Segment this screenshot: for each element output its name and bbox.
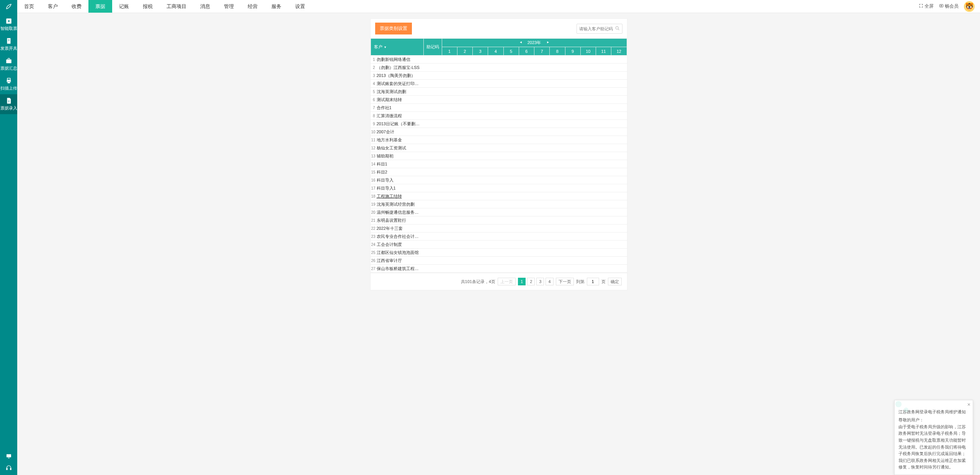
col-month[interactable]: 8	[550, 47, 565, 56]
customer-link[interactable]: 2013（陶美芳勿删）	[377, 73, 415, 78]
year-prev-button[interactable]: ◂	[520, 40, 522, 44]
page-number-button[interactable]: 3	[536, 278, 544, 285]
logo[interactable]	[0, 0, 17, 13]
table-row[interactable]: 6测试期末结转	[371, 96, 627, 104]
col-mnemonic[interactable]: 助记码	[423, 39, 442, 56]
table-body[interactable]: 1勿删新锐网络通信2（勿删）江西服宝-LSS32013（陶美芳勿删）4测试账套的…	[371, 56, 627, 273]
table-row[interactable]: 7合作社1	[371, 104, 627, 112]
sidebar-item-receipt[interactable]: 发票开具	[0, 34, 17, 54]
customer-link[interactable]: 农民专业合作社会计制度	[377, 234, 422, 239]
topnav-item[interactable]: 收费	[65, 0, 88, 13]
table-row[interactable]: 2（勿删）江西服宝-LSS	[371, 64, 627, 72]
category-settings-button[interactable]: 票据类别设置	[375, 23, 412, 34]
table-row[interactable]: 14科目1	[371, 160, 627, 168]
topnav-item[interactable]: 记账	[112, 0, 136, 13]
customer-link[interactable]: 合作社1	[377, 105, 392, 110]
headset-icon[interactable]	[5, 464, 12, 471]
topnav-item[interactable]: 消息	[193, 0, 217, 13]
col-customer[interactable]: 客户 ▾	[371, 39, 423, 56]
customer-link[interactable]: 勿删新锐网络通信	[377, 57, 410, 62]
table-row[interactable]: 20温州畅捷通信息服务有限公司	[371, 208, 627, 216]
search-icon[interactable]	[615, 26, 620, 32]
table-row[interactable]: 92013日记账（不要删除哈，谢...	[371, 120, 627, 128]
customer-link[interactable]: 保山市板桥建筑工程有限责任...	[377, 266, 422, 271]
customer-link[interactable]: （勿删）江西服宝-LSS	[377, 65, 420, 70]
customer-link[interactable]: 温州畅捷通信息服务有限公司	[377, 210, 422, 215]
col-month[interactable]: 7	[534, 47, 550, 56]
year-next-button[interactable]: ▸	[547, 40, 549, 44]
table-row[interactable]: 32013（陶美芳勿删）	[371, 72, 627, 80]
col-month[interactable]: 5	[503, 47, 519, 56]
goto-confirm-button[interactable]: 确定	[608, 278, 622, 285]
page-number-button[interactable]: 1	[518, 278, 526, 285]
customer-link[interactable]: 江都区仙女镇泡泡面馆	[377, 250, 419, 255]
table-row[interactable]: 11地方水利基金	[371, 136, 627, 144]
table-row[interactable]: 24工会会计制度	[371, 241, 627, 249]
table-row[interactable]: 25江都区仙女镇泡泡面馆	[371, 249, 627, 257]
customer-link[interactable]: 汇算清缴流程	[377, 113, 402, 118]
topnav-item[interactable]: 管理	[217, 0, 241, 13]
table-row[interactable]: 222022年十三套	[371, 224, 627, 233]
customer-link[interactable]: 杨仙女工资测试	[377, 146, 406, 150]
customer-link[interactable]: 东明县设置鞋行	[377, 218, 406, 223]
table-row[interactable]: 13辅助期初	[371, 152, 627, 160]
table-row[interactable]: 8汇算清缴流程	[371, 112, 627, 120]
customer-link[interactable]: 科目2	[377, 170, 387, 174]
close-icon[interactable]: ×	[967, 402, 970, 407]
table-row[interactable]: 18工程施工结转	[371, 192, 627, 200]
sidebar-item-briefcase[interactable]: 票据汇总	[0, 54, 17, 74]
customer-link[interactable]: 江西省审计厅	[377, 258, 402, 263]
customer-link[interactable]: 2022年十三套	[377, 226, 403, 231]
monitor-icon[interactable]	[5, 453, 12, 460]
col-month[interactable]: 2	[457, 47, 472, 56]
col-month[interactable]: 6	[519, 47, 534, 56]
customer-link[interactable]: 科目1	[377, 162, 387, 166]
table-row[interactable]: 19沈海英测试经营勿删	[371, 200, 627, 208]
table-row[interactable]: 4测试账套的凭证打印的时候是否	[371, 80, 627, 88]
customer-link[interactable]: 科目导入	[377, 178, 394, 182]
col-month[interactable]: 12	[611, 47, 627, 56]
customer-link[interactable]: 沈海英测试勿删	[377, 89, 406, 94]
table-row[interactable]: 1勿删新锐网络通信	[371, 56, 627, 64]
customer-link[interactable]: 2013日记账（不要删除哈，谢...	[377, 121, 422, 126]
table-row[interactable]: 23农民专业合作社会计制度	[371, 233, 627, 241]
customer-link[interactable]: 地方水利基金	[377, 138, 402, 142]
topnav-item[interactable]: 报税	[136, 0, 160, 13]
customer-link[interactable]: 2007会计	[377, 129, 394, 134]
customer-link[interactable]: 工程施工结转	[377, 194, 402, 198]
table-row[interactable]: 12杨仙女工资测试	[371, 144, 627, 152]
topnav-item[interactable]: 工商项目	[160, 0, 193, 13]
member-button[interactable]: 畅会员	[939, 3, 959, 10]
col-month[interactable]: 4	[488, 47, 503, 56]
topnav-item[interactable]: 服务	[265, 0, 288, 13]
fullscreen-button[interactable]: 全屏	[919, 3, 934, 10]
table-row[interactable]: 26江西省审计厅	[371, 257, 627, 265]
topnav-item[interactable]: 设置	[288, 0, 312, 13]
table-row[interactable]: 17科目导入1	[371, 184, 627, 192]
table-row[interactable]: 102007会计	[371, 128, 627, 136]
sidebar-item-printer[interactable]: 扫描上传	[0, 74, 17, 94]
topnav-item[interactable]: 首页	[17, 0, 41, 13]
customer-link[interactable]: 测试账套的凭证打印的时候是否	[377, 81, 422, 86]
customer-link[interactable]: 测试期末结转	[377, 97, 402, 102]
customer-link[interactable]: 科目导入1	[377, 186, 396, 190]
prev-page-button[interactable]: 上一页	[498, 278, 516, 285]
sidebar-item-plus-square[interactable]: 智能取票	[0, 15, 17, 34]
sidebar-item-file-edit[interactable]: 票据录入	[0, 94, 17, 114]
table-row[interactable]: 16科目导入	[371, 176, 627, 184]
col-month[interactable]: 10	[580, 47, 596, 56]
col-month[interactable]: 11	[596, 47, 611, 56]
customer-link[interactable]: 辅助期初	[377, 154, 394, 158]
col-month[interactable]: 9	[565, 47, 580, 56]
page-number-button[interactable]: 2	[527, 278, 535, 285]
next-page-button[interactable]: 下一页	[556, 278, 574, 285]
customer-link[interactable]: 工会会计制度	[377, 242, 402, 247]
goto-page-input[interactable]	[587, 278, 599, 285]
avatar[interactable]: 🐯	[964, 1, 975, 12]
col-month[interactable]: 1	[442, 47, 457, 56]
table-row[interactable]: 15科目2	[371, 168, 627, 176]
table-row[interactable]: 27保山市板桥建筑工程有限责任...	[371, 265, 627, 273]
table-row[interactable]: 21东明县设置鞋行	[371, 216, 627, 224]
topnav-item[interactable]: 经营	[241, 0, 265, 13]
customer-link[interactable]: 沈海英测试经营勿删	[377, 202, 415, 206]
